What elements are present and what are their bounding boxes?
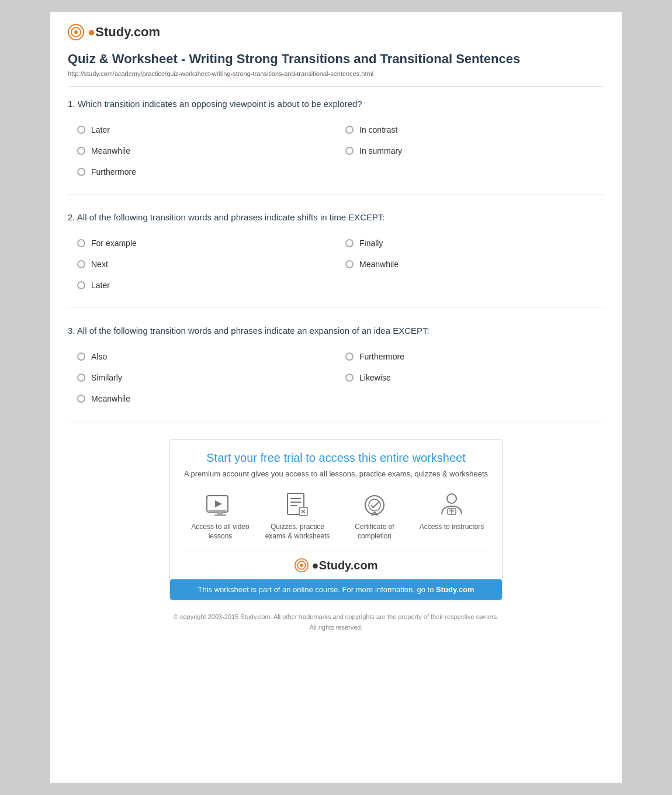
question-3-text: 3. All of the following transition words… (68, 326, 604, 336)
promo-label-video: Access to all video lessons (185, 522, 255, 542)
promo-logo-area: ●Study.com (182, 551, 490, 579)
q2-option-finally[interactable]: Finally (336, 233, 604, 254)
promo-features: Access to all video lessons Quizzes, pra… (182, 490, 490, 542)
q3-label-furthermore: Furthermore (359, 352, 404, 361)
q1-option-in-contrast[interactable]: In contrast (336, 119, 604, 140)
q2-option-next[interactable]: Next (68, 254, 336, 275)
logo-area: ●Study.com (68, 24, 604, 40)
radio-q2-finally[interactable] (345, 239, 354, 247)
footer-line1: © copyright 2003-2015 Study.com. All oth… (68, 612, 604, 623)
q3-option-furthermore[interactable]: Furthermore (336, 346, 604, 367)
q1-label-furthermore: Furthermore (91, 167, 136, 177)
promo-banner: This worksheet is part of an online cour… (170, 579, 502, 600)
q3-option-also[interactable]: Also (68, 346, 336, 367)
svg-rect-4 (209, 510, 226, 512)
radio-q3-similarly[interactable] (77, 374, 85, 382)
radio-q3-likewise[interactable] (345, 374, 354, 382)
svg-point-19 (447, 494, 456, 503)
q3-label-similarly: Similarly (91, 373, 122, 382)
q2-option-for-example[interactable]: For example (68, 233, 336, 254)
q2-label-finally: Finally (359, 238, 383, 248)
q3-label-meanwhile: Meanwhile (91, 394, 130, 403)
promo-logo-text: ●Study.com (312, 559, 378, 572)
q1-label-in-contrast: In contrast (359, 125, 397, 134)
q1-option-furthermore[interactable]: Furthermore (68, 161, 336, 182)
svg-point-16 (369, 499, 380, 511)
svg-rect-6 (214, 514, 226, 516)
study-logo-icon (68, 24, 84, 40)
question-2-options: For example Finally Next Meanwhile Later (68, 233, 604, 296)
q1-option-meanwhile[interactable]: Meanwhile (68, 140, 336, 161)
q1-option-in-summary[interactable]: In summary (336, 140, 604, 161)
q1-label-later: Later (91, 125, 110, 134)
q2-label-later: Later (91, 281, 110, 290)
q1-label-in-summary: In summary (359, 146, 402, 155)
radio-q3-meanwhile[interactable] (77, 395, 85, 403)
page-title: Quiz & Worksheet - Writing Strong Transi… (68, 51, 604, 68)
radio-q3-furthermore[interactable] (345, 352, 354, 361)
question-3: 3. All of the following transition words… (68, 326, 604, 421)
question-2-text: 2. All of the following transition words… (68, 212, 604, 222)
q2-label-next: Next (91, 260, 108, 269)
promo-logo-icon (295, 558, 309, 572)
radio-q1-in-summary[interactable] (345, 147, 354, 155)
footer-line2: All rights reserved. (68, 623, 604, 633)
q3-label-also: Also (91, 352, 107, 361)
video-icon (205, 490, 237, 522)
promo-label-quiz: Quizzes, practice exams & worksheets (262, 522, 332, 542)
question-3-options: Also Furthermore Similarly Likewise Mean… (68, 346, 604, 409)
question-1-options: Later In contrast Meanwhile In summary F… (68, 119, 604, 182)
q2-option-meanwhile[interactable]: Meanwhile (336, 254, 604, 275)
q2-option-later[interactable]: Later (68, 275, 336, 296)
q3-label-likewise: Likewise (359, 373, 391, 382)
radio-q1-furthermore[interactable] (77, 168, 85, 176)
radio-q2-later[interactable] (77, 281, 85, 289)
certificate-icon (359, 490, 391, 522)
radio-q1-meanwhile[interactable] (77, 147, 85, 155)
q3-option-similarly[interactable]: Similarly (68, 367, 336, 388)
title-divider (68, 87, 604, 87)
question-1: 1. Which transition indicates an opposin… (68, 99, 604, 195)
q3-option-meanwhile[interactable]: Meanwhile (68, 388, 336, 409)
svg-rect-5 (217, 512, 223, 514)
promo-label-instructor: Access to instructors (420, 522, 484, 532)
question-2: 2. All of the following transition words… (68, 212, 604, 308)
promo-feature-quiz: Quizzes, practice exams & worksheets (262, 490, 332, 542)
svg-point-15 (365, 496, 384, 514)
promo-banner-text: This worksheet is part of an online cour… (182, 585, 490, 594)
radio-q1-in-contrast[interactable] (345, 126, 354, 134)
instructor-icon (436, 490, 468, 522)
promo-feature-instructor: Access to instructors (417, 490, 487, 542)
promo-box: Start your free trial to access this ent… (169, 439, 503, 601)
page-url: http://study.com/academy/practice/quiz-w… (68, 70, 604, 77)
questions-container: 1. Which transition indicates an opposin… (68, 99, 604, 421)
promo-feature-video: Access to all video lessons (185, 490, 255, 542)
radio-q1-later[interactable] (77, 126, 85, 134)
radio-q2-next[interactable] (77, 260, 85, 268)
q2-label-for-example: For example (91, 238, 137, 248)
page-container: ●Study.com Quiz & Worksheet - Writing St… (50, 12, 622, 783)
promo-label-certificate: Certificate of completion (340, 522, 410, 542)
q2-label-meanwhile: Meanwhile (359, 260, 399, 269)
promo-subtitle: A premium account gives you access to al… (182, 469, 490, 478)
footer: © copyright 2003-2015 Study.com. All oth… (68, 612, 604, 632)
promo-title: Start your free trial to access this ent… (182, 451, 490, 465)
logo-dot: ● (88, 25, 95, 39)
question-1-text: 1. Which transition indicates an opposin… (68, 99, 604, 109)
svg-marker-7 (215, 500, 222, 507)
radio-q2-meanwhile[interactable] (345, 260, 354, 268)
q3-option-likewise[interactable]: Likewise (336, 367, 604, 388)
logo-text: ●Study.com (88, 25, 160, 40)
quiz-icon (282, 490, 314, 522)
svg-point-2 (74, 30, 78, 34)
q1-label-meanwhile: Meanwhile (91, 146, 130, 155)
svg-point-25 (300, 564, 303, 567)
promo-feature-certificate: Certificate of completion (340, 490, 410, 542)
q1-option-later[interactable]: Later (68, 119, 336, 140)
radio-q2-for-example[interactable] (77, 239, 85, 247)
radio-q3-also[interactable] (77, 352, 85, 361)
promo-banner-link: Study.com (436, 585, 474, 594)
